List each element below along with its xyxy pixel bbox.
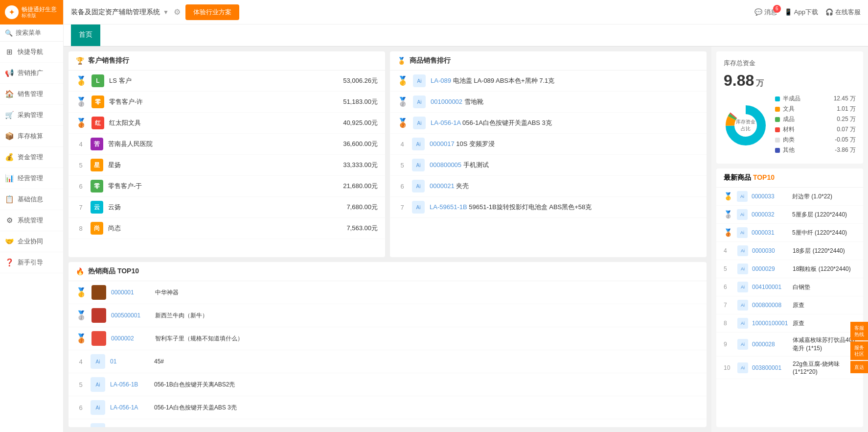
- latest-product-code: 0000033: [752, 193, 788, 200]
- logo-subtitle: 标准版: [22, 13, 57, 19]
- online-service-button[interactable]: 🎧 在线客服: [825, 8, 861, 17]
- customer-ranking-panel: 🏆 客户销售排行 🥇 L LS 客户 53,006.26元 🥈 零 零售客户-许…: [69, 51, 385, 257]
- customer-name: 云扬: [108, 203, 342, 212]
- product-icon: Ai: [413, 96, 426, 108]
- sidebar-item-finance[interactable]: 💰 资金管理: [0, 147, 63, 168]
- hot-product-row: 6 Ai LA-056-1A 056-1A白色按键开关盖ABS 3壳: [69, 396, 707, 419]
- latest-products-panel: 最新商品 TOP10 🥇 Ai 0000033 封边带 (1.0*22) 🥈 A…: [716, 168, 863, 427]
- hot-product-name: 新西兰牛肉（新牛）: [155, 312, 699, 320]
- legend-item: 其他 -3.86 万: [775, 146, 856, 154]
- latest-product-icon: Ai: [737, 264, 748, 274]
- guide-icon: ❓: [5, 258, 14, 267]
- hot-product-code: 0000001: [111, 289, 150, 296]
- sidebar-item-operations[interactable]: 📊 经营管理: [0, 168, 63, 189]
- inventory-legend: 半成品 12.45 万 文具 1.01 万 成品 0.25 万 材料 0.07 …: [775, 95, 856, 156]
- sidebar-label-system: 系统管理: [18, 216, 43, 225]
- tab-home[interactable]: 首页: [71, 24, 100, 46]
- customer-ranking-rows: 🥇 L LS 客户 53,006.26元 🥈 零 零售客户-许 51,183.0…: [69, 71, 385, 239]
- customer-value: 7,563.00元: [346, 224, 378, 233]
- sidebar-label-inventory: 库存核算: [18, 132, 43, 141]
- customer-avatar: 红: [91, 117, 104, 129]
- message-badge: 6: [773, 5, 781, 13]
- inventory-icon: 📦: [5, 132, 14, 141]
- inventory-number: 9.88: [724, 72, 754, 90]
- purchase-icon: 🛒: [5, 111, 14, 120]
- hot-product-row: 🥈 000500001 新西兰牛肉（新牛）: [69, 304, 707, 327]
- inventory-amount: 9.88 万: [724, 72, 856, 90]
- product-fullname: 0000021 夹壳: [430, 182, 699, 191]
- hot-product-row: 🥉 0000002 智利车子里（规格不知道填什么）: [69, 327, 707, 350]
- legend-value: -0.05 万: [835, 136, 856, 144]
- search-menu[interactable]: 🔍 搜索菜单: [0, 24, 63, 42]
- hot-product-row: 7 Ai NB2.0X30B 2.0X30MM双搓花轴,搓花直径2.1MM/RO…: [69, 419, 707, 427]
- customer-value: 36,600.00元: [343, 140, 378, 148]
- customer-service-button[interactable]: 客服热线: [850, 322, 868, 340]
- latest-product-name: 22g鱼豆腐-烧烤味 (1*12*20): [793, 360, 856, 375]
- legend-name: 半成品: [783, 95, 800, 103]
- operations-icon: 📊: [5, 174, 14, 183]
- sidebar-item-inventory[interactable]: 📦 库存核算: [0, 126, 63, 147]
- sidebar-item-marketing[interactable]: 📢 营销推广: [0, 63, 63, 84]
- product-ranking-row: 🥇 Ai LA-089 电池盖 LA-089 ABS本色+黑种 7.1克: [390, 71, 707, 92]
- trial-button[interactable]: 体验行业方案: [185, 4, 239, 20]
- rank-number: 7: [76, 427, 86, 428]
- customer-avatar: 苦: [91, 138, 103, 150]
- legend-value: 0.07 万: [837, 125, 856, 134]
- customer-ranking-header: 🏆 客户销售排行: [69, 51, 385, 71]
- latest-title: 最新商品: [724, 173, 751, 181]
- message-button[interactable]: 💬 消息 6: [754, 8, 777, 17]
- customer-value: 51,183.00元: [343, 97, 378, 106]
- sidebar-item-guide[interactable]: ❓ 新手引导: [0, 252, 63, 273]
- latest-product-code: 0000031: [752, 229, 788, 236]
- customer-avatar: 星: [91, 159, 103, 171]
- enterprise-icon: 🤝: [5, 237, 14, 246]
- sidebar-item-system[interactable]: ⚙ 系统管理: [0, 210, 63, 231]
- rank-number: 7: [724, 302, 733, 309]
- product-placeholder-icon: Ai: [91, 354, 105, 369]
- sales-icon: 🏠: [5, 90, 14, 98]
- dropdown-arrow-icon[interactable]: ▼: [163, 9, 169, 16]
- customer-ranking-title: 客户销售排行: [88, 56, 129, 65]
- medal-icon: 🏅: [397, 57, 406, 65]
- phone-icon: 📱: [784, 8, 792, 16]
- system-title-text: 装备及固定资产辅助管理系统: [71, 8, 160, 17]
- system-icon: ⚙: [5, 216, 14, 225]
- inventory-donut-chart: 库存资金占比: [724, 103, 768, 147]
- hot-product-code: LA-056-1B: [110, 381, 149, 388]
- customer-value: 33,333.00元: [343, 161, 378, 169]
- legend-color-dot: [775, 117, 780, 122]
- rank-number: 7: [76, 204, 86, 211]
- rank-number: 4: [76, 141, 86, 148]
- latest-product-row: 8 Ai 10000100001 原查: [716, 314, 863, 333]
- message-icon: 💬: [754, 8, 762, 16]
- latest-product-name: 18多层 (1220*2440): [793, 247, 856, 255]
- direct-button[interactable]: 直达: [850, 361, 868, 373]
- latest-product-code: 0000028: [752, 341, 789, 348]
- latest-product-row: 4 Ai 0000030 18多层 (1220*2440): [716, 242, 863, 260]
- latest-product-icon: Ai: [737, 209, 748, 220]
- latest-product-row: 10 Ai 003800001 22g鱼豆腐-烧烤味 (1*12*20): [716, 357, 863, 379]
- customer-ranking-row: 4 苦 苦南县人民医院 36,600.00元: [69, 134, 385, 155]
- product-fullname: LA-056-1A 056-1A白色按键开关盖ABS 3克: [431, 119, 699, 127]
- app-logo: ✦ 畅捷通好生意 标准版: [0, 0, 63, 24]
- sidebar-item-sales[interactable]: 🏠 销售管理: [0, 84, 63, 105]
- donut-center-label: 库存资金占比: [735, 119, 757, 132]
- settings-icon[interactable]: ⚙: [174, 7, 181, 17]
- customer-name: 红太阳文具: [109, 119, 338, 127]
- basic-info-icon: 📋: [5, 195, 14, 204]
- app-download-button[interactable]: 📱 App下载: [784, 8, 818, 17]
- legend-color-dot: [775, 138, 780, 143]
- sidebar-item-basic-info[interactable]: 📋 基础信息: [0, 189, 63, 210]
- sidebar-item-quick-nav[interactable]: ⊞ 快捷导航: [0, 42, 63, 63]
- service-community-button[interactable]: 服务社区: [850, 341, 868, 360]
- sidebar-item-enterprise[interactable]: 🤝 企业协同: [0, 231, 63, 252]
- customer-ranking-row: 6 零 零售客户-于 21,680.00元: [69, 176, 385, 197]
- inventory-total-panel: 库存总资金 9.88 万: [716, 51, 863, 164]
- latest-product-icon: Ai: [737, 282, 748, 292]
- latest-product-row: 7 Ai 000800008 原查: [716, 296, 863, 314]
- customer-ranking-row: 🥉 红 红太阳文具 40,925.00元: [69, 113, 385, 134]
- latest-products-rows: 🥇 Ai 0000033 封边带 (1.0*22) 🥈 Ai 0000032 5…: [716, 188, 863, 379]
- sidebar-item-purchase[interactable]: 🛒 采购管理: [0, 105, 63, 126]
- latest-product-icon: Ai: [737, 245, 748, 256]
- rank-medal: 🥈: [76, 310, 87, 321]
